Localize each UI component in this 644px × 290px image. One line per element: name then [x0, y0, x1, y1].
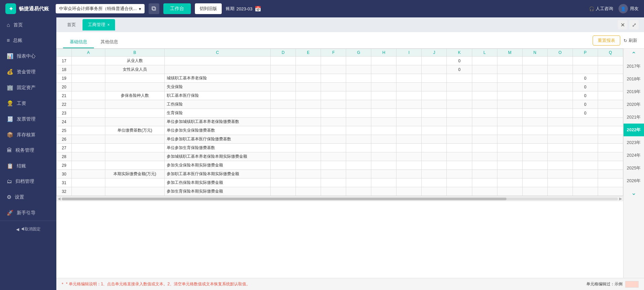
table-row[interactable]: 17 从业人数 0 — [57, 57, 623, 65]
cell-18-g[interactable] — [346, 65, 371, 74]
cell-32-q[interactable] — [598, 187, 623, 196]
cell-26-h[interactable] — [371, 135, 396, 144]
cell-32-d[interactable] — [271, 187, 296, 196]
sub-tab-basic-info[interactable]: 基础信息 — [63, 36, 94, 48]
cell-27-a[interactable] — [72, 144, 105, 152]
cell-20-e[interactable] — [296, 83, 321, 91]
table-row[interactable]: 21 参保各险种人数 职工基本医疗保险 — [57, 91, 623, 100]
cell-21-d[interactable] — [271, 91, 296, 100]
cell-32-j[interactable] — [422, 187, 447, 196]
tab-home[interactable]: 首页 — [62, 19, 81, 30]
cell-23-m[interactable] — [497, 109, 522, 118]
sidebar-item-inventory[interactable]: 📦 库存核算 — [0, 127, 56, 143]
cell-30-k[interactable] — [447, 170, 472, 178]
cell-17-h[interactable] — [371, 57, 396, 65]
cell-23-o[interactable] — [547, 109, 573, 118]
tab-business-admin[interactable]: 工商管理 × — [83, 19, 115, 30]
cell-18-q[interactable] — [598, 65, 623, 74]
cell-27-o[interactable] — [547, 144, 573, 152]
cell-22-p[interactable]: 0 — [573, 100, 598, 109]
cell-19-q[interactable] — [598, 74, 623, 83]
copy-button[interactable] — [149, 3, 159, 14]
cell-27-p[interactable] — [573, 144, 598, 152]
cell-23-l[interactable] — [472, 109, 497, 118]
cell-20-h[interactable] — [371, 83, 396, 91]
cell-22-o[interactable] — [547, 100, 573, 109]
cell-21-c[interactable]: 职工基本医疗保险 — [164, 91, 271, 100]
cell-22-q[interactable] — [598, 100, 623, 109]
table-row[interactable]: 19 城镇职工基本养老保险 — [57, 74, 623, 83]
cell-21-a[interactable] — [72, 91, 105, 100]
cell-28-g[interactable] — [346, 152, 371, 161]
cell-29-e[interactable] — [296, 161, 321, 170]
cell-25-k[interactable] — [447, 126, 472, 135]
cell-17-b[interactable]: 从业人数 — [105, 57, 164, 65]
sidebar-item-salary[interactable]: 👷 工资 — [0, 95, 56, 111]
cell-31-d[interactable] — [271, 178, 296, 187]
table-row[interactable]: 26 单位参加职工基本医疗保险缴费基数 — [57, 135, 623, 144]
cell-22-l[interactable] — [472, 100, 497, 109]
cell-28-f[interactable] — [321, 152, 346, 161]
cell-18-c[interactable] — [164, 65, 271, 74]
cell-30-o[interactable] — [547, 170, 573, 178]
company-selector[interactable]: 中审众环会计师事务所（特殊普通合伙... ▾ — [56, 4, 145, 13]
sidebar-item-archive[interactable]: 🗂 归档管理 — [0, 174, 56, 189]
cell-30-p[interactable] — [573, 170, 598, 178]
cell-26-g[interactable] — [346, 135, 371, 144]
cell-24-j[interactable] — [422, 118, 447, 126]
cell-29-g[interactable] — [346, 161, 371, 170]
cell-17-l[interactable] — [472, 57, 497, 65]
year-item-2021[interactable]: 2021年 — [624, 111, 644, 124]
year-nav-up[interactable]: ⌃ — [624, 49, 644, 60]
cell-32-b[interactable] — [105, 187, 164, 196]
cell-30-j[interactable] — [422, 170, 447, 178]
cell-17-j[interactable] — [422, 57, 447, 65]
cell-29-m[interactable] — [497, 161, 522, 170]
cell-23-f[interactable] — [321, 109, 346, 118]
cell-27-i[interactable] — [396, 144, 422, 152]
cell-24-p[interactable] — [573, 118, 598, 126]
cell-17-a[interactable] — [72, 57, 105, 65]
cell-18-h[interactable] — [371, 65, 396, 74]
cell-19-o[interactable] — [547, 74, 573, 83]
cell-30-n[interactable] — [522, 170, 547, 178]
cell-24-a[interactable] — [72, 118, 105, 126]
cell-29-p[interactable] — [573, 161, 598, 170]
cell-19-m[interactable] — [497, 74, 522, 83]
cell-23-c[interactable]: 生育保险 — [164, 109, 271, 118]
cell-18-o[interactable] — [547, 65, 573, 74]
cell-29-h[interactable] — [371, 161, 396, 170]
table-row[interactable]: 20 失业保险 — [57, 83, 623, 91]
cell-30-h[interactable] — [371, 170, 396, 178]
cell-26-p[interactable] — [573, 135, 598, 144]
sub-tab-other-info[interactable]: 其他信息 — [94, 36, 125, 48]
cell-24-d[interactable] — [271, 118, 296, 126]
spreadsheet-container[interactable]: A B C D E F G H I J K L — [56, 49, 623, 278]
cell-23-d[interactable] — [271, 109, 296, 118]
sidebar-item-settings[interactable]: ⚙ 设置 — [0, 189, 56, 205]
cell-21-n[interactable] — [522, 91, 547, 100]
cell-25-g[interactable] — [346, 126, 371, 135]
cell-17-d[interactable] — [271, 57, 296, 65]
cell-26-d[interactable] — [271, 135, 296, 144]
cell-24-q[interactable] — [598, 118, 623, 126]
cell-23-n[interactable] — [522, 109, 547, 118]
cell-19-n[interactable] — [522, 74, 547, 83]
cell-26-k[interactable] — [447, 135, 472, 144]
cell-21-l[interactable] — [472, 91, 497, 100]
sidebar-item-invoice[interactable]: 🧾 发票管理 — [0, 111, 56, 127]
cell-27-c[interactable]: 单位参加生育保险缴费基数 — [164, 144, 271, 152]
cell-23-j[interactable] — [422, 109, 447, 118]
year-item-2024[interactable]: 2024年 — [624, 149, 644, 162]
cell-18-l[interactable] — [472, 65, 497, 74]
table-row[interactable]: 27 单位参加生育保险缴费基数 — [57, 144, 623, 152]
cell-24-o[interactable] — [547, 118, 573, 126]
table-row[interactable]: 24 单位参加城镇职工基本养老保险缴费基数 — [57, 118, 623, 126]
cell-32-m[interactable] — [497, 187, 522, 196]
cell-21-m[interactable] — [497, 91, 522, 100]
year-item-2018[interactable]: 2018年 — [624, 73, 644, 85]
sidebar-item-guide[interactable]: 🚀 新手引导 — [0, 205, 56, 221]
cell-27-b[interactable] — [105, 144, 164, 152]
cell-25-p[interactable] — [573, 126, 598, 135]
cell-29-n[interactable] — [522, 161, 547, 170]
